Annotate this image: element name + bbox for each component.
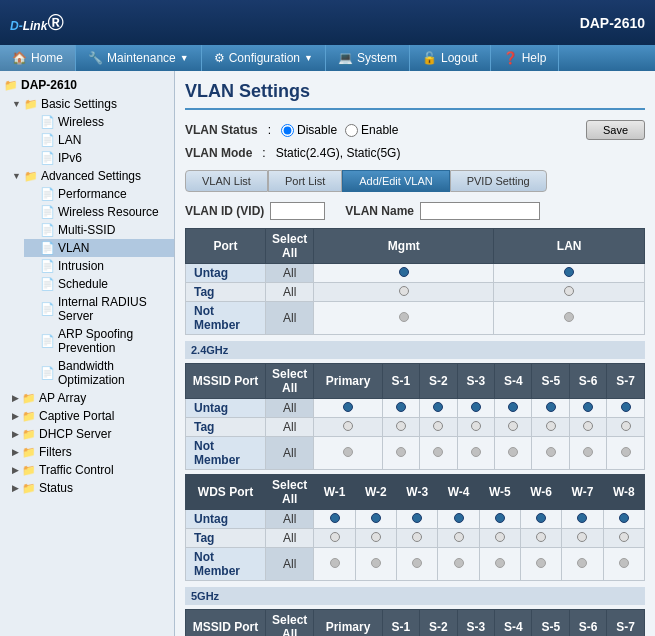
row-all[interactable]: All	[266, 529, 314, 548]
radio-enable[interactable]: Enable	[345, 123, 398, 137]
cell[interactable]	[479, 529, 520, 548]
nav-configuration[interactable]: ⚙ Configuration ▼	[202, 45, 326, 71]
cell[interactable]	[562, 548, 603, 581]
sidebar-item-performance[interactable]: 📄 Performance	[24, 185, 174, 203]
cell[interactable]	[355, 548, 396, 581]
cell[interactable]	[314, 510, 355, 529]
vlan-id-input[interactable]	[270, 202, 325, 220]
sidebar-item-ap-array[interactable]: ▶ 📁 AP Array	[8, 389, 174, 407]
cell[interactable]	[382, 399, 419, 418]
nav-home[interactable]: 🏠 Home	[0, 45, 76, 71]
cell[interactable]	[607, 399, 645, 418]
cell[interactable]	[457, 399, 494, 418]
row-untag-all[interactable]: All	[266, 264, 314, 283]
cell[interactable]	[607, 437, 645, 470]
sidebar-item-lan[interactable]: 📄 LAN	[24, 131, 174, 149]
cell[interactable]	[314, 437, 382, 470]
sidebar-item-advanced-settings[interactable]: ▼ 📁 Advanced Settings	[8, 167, 174, 185]
radio-enable-input[interactable]	[345, 124, 358, 137]
cell[interactable]	[521, 529, 562, 548]
sidebar-root[interactable]: 📁 DAP-2610	[0, 75, 174, 95]
cell[interactable]	[479, 510, 520, 529]
cell[interactable]	[532, 418, 569, 437]
tab-vlan-list[interactable]: VLAN List	[185, 170, 268, 192]
sidebar-item-filters[interactable]: ▶ 📁 Filters	[8, 443, 174, 461]
cell[interactable]	[495, 399, 532, 418]
radio-disable-input[interactable]	[281, 124, 294, 137]
cell[interactable]	[438, 529, 479, 548]
sidebar-item-captive-portal[interactable]: ▶ 📁 Captive Portal	[8, 407, 174, 425]
row-notmember-all[interactable]: All	[266, 302, 314, 335]
cell[interactable]	[397, 529, 438, 548]
cell[interactable]	[382, 437, 419, 470]
cell[interactable]	[355, 510, 396, 529]
sidebar-item-wireless[interactable]: 📄 Wireless	[24, 113, 174, 131]
cell[interactable]	[397, 510, 438, 529]
cell[interactable]	[569, 418, 606, 437]
sidebar-item-intrusion[interactable]: 📄 Intrusion	[24, 257, 174, 275]
row-untag-mgmt[interactable]	[314, 264, 494, 283]
sidebar-item-traffic-control[interactable]: ▶ 📁 Traffic Control	[8, 461, 174, 479]
row-notmember-mgmt[interactable]	[314, 302, 494, 335]
sidebar-item-basic-settings[interactable]: ▼ 📁 Basic Settings	[8, 95, 174, 113]
cell[interactable]	[314, 548, 355, 581]
row-all[interactable]: All	[266, 510, 314, 529]
cell[interactable]	[562, 529, 603, 548]
sidebar-item-multi-ssid[interactable]: 📄 Multi-SSID	[24, 221, 174, 239]
cell[interactable]	[420, 437, 457, 470]
cell[interactable]	[607, 418, 645, 437]
nav-system[interactable]: 💻 System	[326, 45, 410, 71]
nav-maintenance[interactable]: 🔧 Maintenance ▼	[76, 45, 202, 71]
cell[interactable]	[521, 548, 562, 581]
row-notmember-lan[interactable]	[494, 302, 645, 335]
sidebar-item-vlan[interactable]: 📄 VLAN	[24, 239, 174, 257]
sidebar-item-schedule[interactable]: 📄 Schedule	[24, 275, 174, 293]
tab-add-edit-vlan[interactable]: Add/Edit VLAN	[342, 170, 449, 192]
cell[interactable]	[438, 510, 479, 529]
cell[interactable]	[569, 437, 606, 470]
cell[interactable]	[562, 510, 603, 529]
sidebar-item-wireless-resource[interactable]: 📄 Wireless Resource	[24, 203, 174, 221]
row-tag-mgmt[interactable]	[314, 283, 494, 302]
radio-disable[interactable]: Disable	[281, 123, 337, 137]
row-tag-lan[interactable]	[494, 283, 645, 302]
cell[interactable]	[521, 510, 562, 529]
row-all[interactable]: All	[266, 399, 314, 418]
cell[interactable]	[457, 437, 494, 470]
tab-port-list[interactable]: Port List	[268, 170, 342, 192]
sidebar-item-dhcp-server[interactable]: ▶ 📁 DHCP Server	[8, 425, 174, 443]
sidebar-item-arp[interactable]: 📄 ARP Spoofing Prevention	[24, 325, 174, 357]
cell[interactable]	[603, 548, 644, 581]
vlan-name-input[interactable]	[420, 202, 540, 220]
row-all[interactable]: All	[266, 437, 314, 470]
sidebar-item-bandwidth[interactable]: 📄 Bandwidth Optimization	[24, 357, 174, 389]
row-tag-all[interactable]: All	[266, 283, 314, 302]
cell[interactable]	[532, 437, 569, 470]
row-all[interactable]: All	[266, 418, 314, 437]
cell[interactable]	[314, 529, 355, 548]
cell[interactable]	[314, 418, 382, 437]
cell[interactable]	[495, 418, 532, 437]
cell[interactable]	[382, 418, 419, 437]
save-button-top[interactable]: Save	[586, 120, 645, 140]
cell[interactable]	[355, 529, 396, 548]
nav-logout[interactable]: 🔓 Logout	[410, 45, 491, 71]
cell[interactable]	[457, 418, 494, 437]
cell[interactable]	[479, 548, 520, 581]
cell[interactable]	[438, 548, 479, 581]
sidebar-item-ipv6[interactable]: 📄 IPv6	[24, 149, 174, 167]
cell[interactable]	[603, 510, 644, 529]
tab-pvid-setting[interactable]: PVID Setting	[450, 170, 547, 192]
cell[interactable]	[397, 548, 438, 581]
nav-help[interactable]: ❓ Help	[491, 45, 560, 71]
cell[interactable]	[314, 399, 382, 418]
cell[interactable]	[603, 529, 644, 548]
cell[interactable]	[420, 418, 457, 437]
row-untag-lan[interactable]	[494, 264, 645, 283]
cell[interactable]	[420, 399, 457, 418]
sidebar-item-status[interactable]: ▶ 📁 Status	[8, 479, 174, 497]
cell[interactable]	[495, 437, 532, 470]
cell[interactable]	[569, 399, 606, 418]
sidebar-item-radius[interactable]: 📄 Internal RADIUS Server	[24, 293, 174, 325]
cell[interactable]	[532, 399, 569, 418]
